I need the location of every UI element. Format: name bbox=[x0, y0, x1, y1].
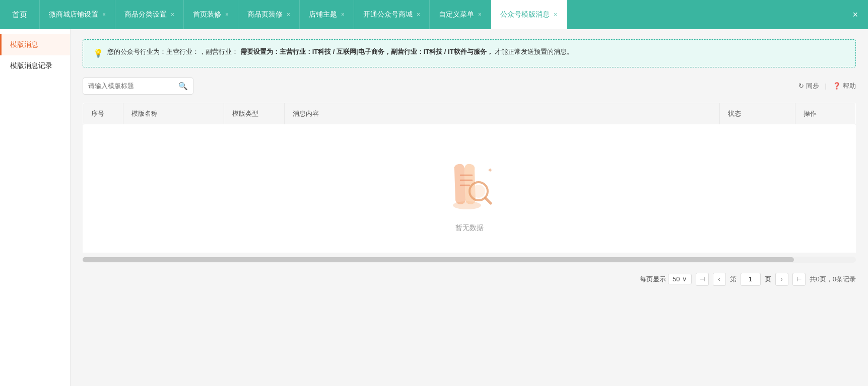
scrollbar-thumb[interactable] bbox=[83, 257, 794, 262]
sidebar: 模版消息 模版消息记录 bbox=[0, 29, 71, 386]
sync-button[interactable]: ↻ 同步 bbox=[798, 82, 819, 91]
nav-tab-open-wechat-mall-close[interactable]: × bbox=[417, 11, 420, 18]
nav-close-all-button[interactable]: × bbox=[842, 10, 868, 20]
help-button[interactable]: ❓ 帮助 bbox=[833, 82, 856, 91]
col-name: 模版名称 bbox=[123, 103, 224, 124]
nav-tab-custom-menu-close[interactable]: × bbox=[478, 11, 482, 18]
svg-text:·: · bbox=[453, 165, 455, 170]
nav-tab-shop-theme-close[interactable]: × bbox=[341, 11, 345, 18]
nav-tab-homepage-decor-close[interactable]: × bbox=[225, 11, 229, 18]
page-unit: 页 bbox=[765, 275, 771, 284]
nav-tab-homepage-decor[interactable]: 首页装修 × bbox=[184, 0, 238, 29]
notice-box: 💡 您的公众号行业为：主营行业：，副营行业： 需要设置为：主营行业：IT科技 /… bbox=[83, 39, 856, 67]
toolbar-divider: | bbox=[825, 82, 827, 90]
nav-tab-product-category-label: 商品分类设置 bbox=[124, 10, 167, 19]
nav-tab-product-page-decor[interactable]: 商品页装修 × bbox=[238, 0, 300, 29]
empty-state: ✦ · 暂无数据 bbox=[83, 125, 856, 253]
search-bar: 🔍 ↻ 同步 | ❓ 帮助 bbox=[83, 78, 856, 95]
nav-tab-open-wechat-mall-label: 开通公众号商城 bbox=[363, 10, 413, 19]
nav-tab-weshop-close[interactable]: × bbox=[102, 11, 106, 18]
col-action: 操作 bbox=[795, 103, 856, 124]
total-info: 共0页，0条记录 bbox=[810, 275, 856, 284]
nav-tab-template-msg-label: 公众号模版消息 bbox=[500, 10, 550, 19]
prev-page-button[interactable]: ‹ bbox=[713, 273, 726, 286]
nav-tab-shop-theme[interactable]: 店铺主题 × bbox=[300, 0, 354, 29]
notice-prefix: 您的公众号行业为：主营行业：，副营行业： bbox=[107, 48, 238, 55]
nav-tab-weshop[interactable]: 微商城店铺设置 × bbox=[40, 0, 115, 29]
nav-tab-template-msg-close[interactable]: × bbox=[554, 11, 557, 18]
nav-tab-homepage-decor-label: 首页装修 bbox=[193, 10, 221, 19]
svg-text:✦: ✦ bbox=[487, 166, 493, 174]
notice-highlight: 需要设置为：主营行业：IT科技 / 互联网|电子商务，副营行业：IT科技 / I… bbox=[240, 48, 493, 55]
table-header-row: 序号 模版名称 模版类型 消息内容 状态 操作 bbox=[83, 103, 856, 124]
nav-tab-home-label: 首页 bbox=[12, 10, 27, 20]
sidebar-item-template-msg-log-label: 模版消息记录 bbox=[10, 61, 52, 69]
next-page-button[interactable]: › bbox=[775, 273, 788, 286]
nav-tab-product-page-decor-label: 商品页装修 bbox=[247, 10, 283, 19]
notice-text: 您的公众号行业为：主营行业：，副营行业： 需要设置为：主营行业：IT科技 / 互… bbox=[107, 47, 573, 57]
nav-tab-product-category-close[interactable]: × bbox=[171, 11, 174, 18]
first-page-button[interactable]: ⊣ bbox=[696, 273, 709, 286]
sync-label: 同步 bbox=[806, 82, 819, 91]
nav-tab-weshop-label: 微商城店铺设置 bbox=[49, 10, 98, 19]
sync-icon: ↻ bbox=[798, 82, 804, 90]
search-input[interactable] bbox=[88, 82, 178, 90]
svg-line-6 bbox=[485, 198, 491, 203]
col-content: 消息内容 bbox=[285, 103, 720, 124]
toolbar-right: ↻ 同步 | ❓ 帮助 bbox=[798, 82, 856, 91]
search-input-wrapper: 🔍 bbox=[83, 78, 193, 95]
main-layout: 模版消息 模版消息记录 💡 您的公众号行业为：主营行业：，副营行业： 需要设置为… bbox=[0, 29, 868, 386]
page-size-value: 50 bbox=[673, 275, 680, 283]
notice-suffix: 才能正常发送预置的消息。 bbox=[495, 48, 573, 55]
svg-point-5 bbox=[472, 185, 485, 198]
sidebar-item-template-msg-log[interactable]: 模版消息记录 bbox=[0, 55, 70, 76]
nav-tab-open-wechat-mall[interactable]: 开通公众号商城 × bbox=[354, 0, 430, 29]
current-page-input[interactable] bbox=[741, 273, 761, 286]
search-icon[interactable]: 🔍 bbox=[178, 82, 188, 91]
nav-tab-template-msg[interactable]: 公众号模版消息 × bbox=[491, 0, 567, 29]
help-icon: ❓ bbox=[833, 82, 841, 90]
nav-tab-shop-theme-label: 店铺主题 bbox=[309, 10, 337, 19]
sidebar-item-template-msg-label: 模版消息 bbox=[10, 40, 38, 48]
nav-tab-custom-menu[interactable]: 自定义菜单 × bbox=[430, 0, 491, 29]
nav-tab-product-category[interactable]: 商品分类设置 × bbox=[115, 0, 184, 29]
nav-tab-custom-menu-label: 自定义菜单 bbox=[439, 10, 474, 19]
col-index: 序号 bbox=[83, 103, 123, 124]
empty-text: 暂无数据 bbox=[455, 223, 484, 233]
page-size-chevron-icon: ∨ bbox=[682, 275, 687, 283]
page-size-label: 每页显示 bbox=[640, 275, 666, 284]
col-status: 状态 bbox=[720, 103, 795, 124]
page-size-select: 每页显示 50 ∨ bbox=[640, 274, 691, 284]
last-page-button[interactable]: ⊢ bbox=[792, 273, 806, 286]
notice-icon: 💡 bbox=[93, 47, 103, 60]
help-label: 帮助 bbox=[843, 82, 856, 91]
page-size-dropdown[interactable]: 50 ∨ bbox=[668, 274, 691, 284]
page-prefix: 第 bbox=[730, 275, 737, 284]
col-type: 模版类型 bbox=[224, 103, 285, 124]
nav-tab-product-page-decor-close[interactable]: × bbox=[287, 11, 290, 18]
top-navigation: 首页 微商城店铺设置 × 商品分类设置 × 首页装修 × 商品页装修 × 店铺主… bbox=[0, 0, 868, 29]
empty-illustration: ✦ · bbox=[439, 155, 500, 215]
main-content: 💡 您的公众号行业为：主营行业：，副营行业： 需要设置为：主营行业：IT科技 /… bbox=[71, 29, 868, 386]
pagination: 每页显示 50 ∨ ⊣ ‹ 第 页 › ⊢ 共0页，0条记录 bbox=[83, 267, 856, 288]
scrollbar-area[interactable] bbox=[83, 257, 856, 263]
sidebar-item-template-msg[interactable]: 模版消息 bbox=[0, 34, 70, 55]
data-table: 序号 模版名称 模版类型 消息内容 状态 操作 bbox=[83, 103, 856, 125]
nav-tab-home[interactable]: 首页 bbox=[0, 0, 40, 29]
